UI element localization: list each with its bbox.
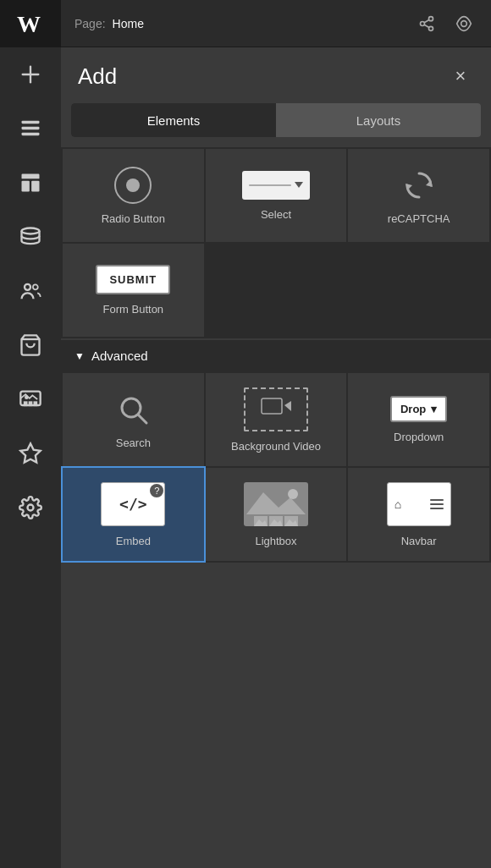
panel-header: Add × <box>61 47 491 103</box>
svg-rect-5 <box>22 133 40 136</box>
submit-button-icon: SUBMIT <box>96 265 170 294</box>
advanced-section-header[interactable]: ▼ Advanced <box>61 340 491 371</box>
svg-rect-8 <box>31 181 39 192</box>
sidebar-item-settings[interactable] <box>0 481 61 535</box>
select-line <box>249 184 291 186</box>
sidebar-item-media[interactable] <box>0 372 61 426</box>
main-area: Page: Home Add × <box>61 0 491 868</box>
topbar-icons <box>413 10 477 37</box>
pages-icon <box>19 117 42 140</box>
element-select[interactable]: Select <box>206 149 347 242</box>
embed-icon-wrap: </> ? <box>101 482 165 526</box>
media-icon <box>19 387 42 411</box>
svg-rect-2 <box>22 74 40 75</box>
svg-rect-15 <box>29 401 33 406</box>
svg-point-10 <box>25 284 30 290</box>
sidebar-item-pages[interactable] <box>0 102 61 156</box>
add-icon <box>19 63 42 86</box>
select-icon <box>242 171 310 200</box>
apps-icon <box>19 442 42 465</box>
svg-line-28 <box>138 415 146 423</box>
sidebar-item-members[interactable] <box>0 264 61 318</box>
background-video-icon <box>244 387 308 431</box>
select-label: Select <box>261 208 291 222</box>
svg-point-24 <box>461 20 467 26</box>
element-form-button[interactable]: SUBMIT Form Button <box>63 244 204 337</box>
element-navbar[interactable]: ⌂ Navbar <box>348 468 489 561</box>
sidebar-item-apps[interactable] <box>0 426 61 481</box>
tab-elements[interactable]: Elements <box>71 103 276 137</box>
sidebar-item-ecommerce[interactable] <box>0 318 61 372</box>
panel-title: Add <box>78 63 117 90</box>
background-video-label: Background Video <box>231 440 321 454</box>
navbar-lines-icon <box>430 499 444 509</box>
embed-question-icon: ? <box>150 484 163 497</box>
advanced-arrow-icon: ▼ <box>74 350 85 362</box>
panel-tabs: Elements Layouts <box>71 103 481 137</box>
elements-grid: Radio Button Select <box>61 147 491 338</box>
svg-point-11 <box>33 284 38 289</box>
topbar-preview-icon[interactable] <box>450 10 477 37</box>
svg-point-18 <box>28 505 34 511</box>
lightbox-icon <box>244 482 308 526</box>
form-button-label: Form Button <box>103 303 164 317</box>
svg-point-21 <box>429 26 433 30</box>
svg-text:W: W <box>17 11 41 37</box>
element-background-video[interactable]: Background Video <box>206 373 347 466</box>
page-label: Page: <box>74 17 106 30</box>
panel-close-button[interactable]: × <box>447 63 474 90</box>
sidebar-item-cms[interactable] <box>0 156 61 210</box>
recaptcha-label: reCAPTCHA <box>388 212 450 227</box>
svg-rect-6 <box>22 174 40 179</box>
settings-icon <box>19 496 42 519</box>
dropdown-label: Dropdown <box>394 431 444 445</box>
wix-logo-icon: W <box>17 10 44 37</box>
select-arrow-icon <box>295 182 303 188</box>
embed-label: Embed <box>116 535 151 549</box>
element-search[interactable]: Search <box>63 373 204 466</box>
radio-button-icon <box>114 167 152 204</box>
radio-button-label: Radio Button <box>102 212 165 227</box>
lightbox-label: Lightbox <box>255 535 296 549</box>
svg-rect-7 <box>22 181 30 192</box>
search-label: Search <box>116 437 151 451</box>
svg-point-9 <box>22 228 40 234</box>
svg-rect-4 <box>22 127 40 130</box>
page-name: Home <box>113 17 144 30</box>
radio-button-inner <box>126 179 140 192</box>
topbar: Page: Home <box>61 0 491 47</box>
element-radio-button[interactable]: Radio Button <box>63 149 204 242</box>
advanced-grid: Search Background Video Drop ▾ Dropd <box>61 371 491 563</box>
logo[interactable]: W <box>0 0 61 47</box>
svg-point-19 <box>429 16 433 20</box>
svg-rect-3 <box>22 121 40 124</box>
ecommerce-icon <box>19 333 42 357</box>
svg-rect-16 <box>34 401 38 406</box>
svg-marker-30 <box>284 401 291 411</box>
navbar-icon: ⌂ <box>387 482 451 526</box>
sidebar: W <box>0 0 61 868</box>
svg-line-23 <box>424 19 429 22</box>
svg-line-22 <box>424 25 429 27</box>
recaptcha-icon <box>400 167 438 204</box>
element-embed[interactable]: </> ? Embed <box>63 468 204 561</box>
add-panel: Add × Elements Layouts Radio Button <box>61 47 491 868</box>
svg-point-33 <box>288 489 298 499</box>
search-element-icon <box>114 391 152 428</box>
cms-icon <box>19 171 42 195</box>
element-dropdown[interactable]: Drop ▾ Dropdown <box>348 373 489 466</box>
navbar-home-icon: ⌂ <box>394 497 401 511</box>
topbar-share-icon[interactable] <box>413 10 440 37</box>
element-lightbox[interactable]: Lightbox <box>206 468 347 561</box>
sidebar-item-database[interactable] <box>0 210 61 264</box>
members-icon <box>19 279 42 303</box>
element-recaptcha[interactable]: reCAPTCHA <box>348 149 489 242</box>
advanced-label: Advanced <box>91 349 148 363</box>
svg-rect-14 <box>24 401 28 406</box>
database-icon <box>19 225 42 249</box>
sidebar-item-add[interactable] <box>0 47 61 102</box>
navbar-label: Navbar <box>401 535 437 549</box>
tab-layouts[interactable]: Layouts <box>276 103 481 137</box>
svg-rect-29 <box>262 398 282 414</box>
svg-point-20 <box>421 21 425 25</box>
